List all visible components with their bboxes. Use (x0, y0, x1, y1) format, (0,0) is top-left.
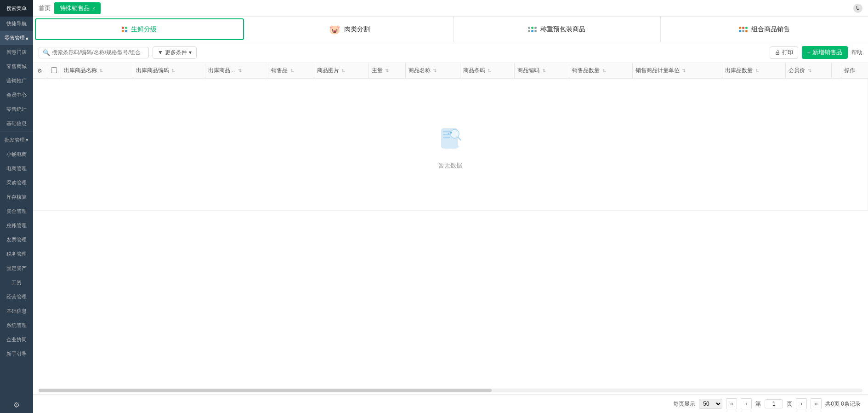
home-link[interactable]: 首页 (39, 4, 51, 12)
help-button[interactable]: 帮助 (851, 49, 862, 57)
tab-combo-sale[interactable]: 组合商品销售 (661, 17, 868, 42)
th-member-price[interactable]: 会员价 ⇅ (786, 63, 832, 79)
pagination: 每页显示 50 10 20 100 « ‹ 第 页 › » 共0页 0条记录 (33, 394, 868, 413)
sidebar-settings[interactable]: ⚙ (0, 397, 33, 413)
sidebar-logo[interactable]: 搜索菜单 (0, 0, 33, 17)
th-product-code[interactable]: 商品编码 ⇅ (515, 63, 569, 79)
per-page-select[interactable]: 50 10 20 100 (699, 399, 722, 409)
th-sale-unit-label: 销售商品计量单位 (635, 67, 680, 74)
sidebar-item-purchase[interactable]: 采购管理 (0, 176, 33, 190)
toolbar-right: 🖨 打印 + 新增销售品 帮助 (770, 46, 862, 59)
th-barcode[interactable]: 商品条码 ⇅ (460, 63, 515, 79)
empty-state-text: 暂无数据 (438, 161, 462, 170)
sidebar-item-mini-ecom[interactable]: 小畅电商 (0, 147, 33, 161)
sidebar-item-basic-info[interactable]: 基础信息 (0, 116, 33, 131)
scrollbar-thumb[interactable] (39, 389, 492, 392)
th-sale-qty[interactable]: 销售品数量 ⇅ (569, 63, 633, 79)
sort-arrows-icon: ⇅ (238, 68, 242, 73)
search-box[interactable]: 🔍 (39, 47, 149, 58)
sidebar-item-new-guide[interactable]: 新手引导 (0, 347, 33, 361)
print-icon: 🖨 (775, 49, 780, 56)
sidebar-item-fixed-assets[interactable]: 固定资产 (0, 261, 33, 275)
th-weight-label: 主量 (372, 67, 383, 74)
th-out-spec-label: 出库商品… (208, 67, 236, 74)
sort-arrows-icon: ⇅ (99, 68, 103, 73)
sidebar-item-inventory[interactable]: 库存核算 (0, 190, 33, 204)
th-barcode-label: 商品条码 (463, 67, 485, 74)
sidebar-item-ledger[interactable]: 总账管理 (0, 218, 33, 233)
th-product-img-label: 商品图片 (317, 67, 339, 74)
th-product-name-label: 商品名称 (408, 67, 431, 74)
new-product-label: + 新增销售品 (807, 48, 842, 57)
main-content: 首页 特殊销售品 × U 生鲜分级 � (33, 0, 868, 413)
th-out-qty[interactable]: 出库品数量 ⇅ (722, 63, 786, 79)
tab-fresh-grade-label: 生鲜分级 (131, 25, 157, 34)
th-out-name[interactable]: 出库商品名称 ⇅ (61, 63, 133, 79)
sidebar-item-sys-mgmt[interactable]: 系统管理 (0, 318, 33, 333)
tab-combo-sale-label: 组合商品销售 (751, 25, 790, 34)
filter-arrow-icon: ▾ (189, 49, 192, 56)
sidebar-item-tax[interactable]: 税务管理 (0, 247, 33, 261)
filter-button[interactable]: ▼ 更多条件 ▾ (153, 46, 197, 59)
toolbar: 🔍 ▼ 更多条件 ▾ 🖨 打印 + 新增销售品 帮助 (33, 42, 868, 63)
tab-meat-cut[interactable]: 🐷 肉类分割 (246, 17, 454, 42)
tab-fresh-grade[interactable]: 生鲜分级 (35, 18, 244, 40)
th-out-spec[interactable]: 出库商品… ⇅ (205, 63, 268, 79)
th-action: 操作 (841, 63, 868, 79)
sort-arrows-icon: ⇅ (488, 68, 491, 73)
select-all-checkbox[interactable] (51, 67, 57, 73)
next-page-button[interactable]: › (796, 398, 807, 409)
weigh-pack-icon (528, 27, 537, 32)
th-checkbox[interactable] (47, 63, 61, 79)
sidebar-item-invoice[interactable]: 发票管理 (0, 233, 33, 247)
sidebar-item-quick-nav[interactable]: 快捷导航 (0, 17, 33, 31)
scrollbar-track[interactable] (39, 389, 862, 392)
sort-arrows-icon: ⇅ (808, 68, 811, 73)
sidebar-item-retail-mall[interactable]: 零售商城 (0, 59, 33, 74)
user-avatar[interactable]: U (853, 4, 862, 13)
page-number-input[interactable] (765, 399, 783, 408)
sidebar-item-capital[interactable]: 资金管理 (0, 204, 33, 218)
total-label: 共0页 0条记录 (825, 400, 861, 408)
sidebar-item-ops[interactable]: 经营管理 (0, 290, 33, 304)
svg-point-8 (450, 132, 452, 133)
last-page-button[interactable]: » (811, 398, 822, 409)
tab-weigh-pack-label: 称重预包装商品 (540, 25, 585, 34)
sidebar-item-basic-info2[interactable]: 基础信息 (0, 304, 33, 318)
sidebar-item-ecom-mgmt[interactable]: 电商管理 (0, 161, 33, 176)
sidebar-item-retail-mgmt[interactable]: 零售管理 ▴ (0, 31, 33, 45)
th-member-price-label: 会员价 (789, 67, 805, 74)
active-tab[interactable]: 特殊销售品 × (54, 2, 101, 14)
prev-page-button[interactable]: ‹ (741, 398, 752, 409)
svg-point-7 (448, 133, 449, 134)
close-tab-button[interactable]: × (92, 6, 95, 11)
sort-arrows-icon: ⇅ (341, 68, 345, 73)
horizontal-scrollbar[interactable] (33, 387, 868, 394)
filter-label: 更多条件 (165, 49, 187, 57)
th-out-name-label: 出库商品名称 (64, 67, 97, 74)
products-table: ⚙ 出库商品名称 ⇅ 出库商品编码 ⇅ 出库商品… ⇅ (33, 63, 868, 211)
sidebar-item-smart-store[interactable]: 智慧门店 (0, 45, 33, 59)
tab-weigh-pack[interactable]: 称重预包装商品 (454, 17, 661, 42)
sort-arrows-icon: ⇅ (542, 68, 546, 73)
sidebar-item-enterprise[interactable]: 企业协同 (0, 333, 33, 347)
th-product-img[interactable]: 商品图片 ⇅ (314, 63, 369, 79)
sidebar-item-retail-stats[interactable]: 零售统计 (0, 102, 33, 116)
sidebar-item-wholesale[interactable]: 批发管理 ▾ (0, 133, 33, 147)
table-body: 暂无数据 (33, 79, 868, 211)
th-product-name[interactable]: 商品名称 ⇅ (406, 63, 460, 79)
svg-line-6 (458, 137, 461, 140)
search-input[interactable] (52, 49, 145, 56)
sidebar-item-label: 零售管理 (5, 34, 25, 41)
new-product-button[interactable]: + 新增销售品 (802, 46, 848, 59)
sidebar-item-member[interactable]: 会员中心 (0, 88, 33, 102)
th-sale-unit[interactable]: 销售商品计量单位 ⇅ (633, 63, 722, 79)
th-weight[interactable]: 主量 ⇅ (369, 63, 405, 79)
th-out-code[interactable]: 出库商品编码 ⇅ (133, 63, 205, 79)
th-gear[interactable]: ⚙ (33, 63, 47, 79)
sidebar-item-wages[interactable]: 工资 (0, 275, 33, 290)
th-sale-item[interactable]: 销售品 ⇅ (268, 63, 314, 79)
print-button[interactable]: 🖨 打印 (770, 46, 798, 59)
sidebar-item-marketing[interactable]: 营销推广 (0, 74, 33, 88)
first-page-button[interactable]: « (726, 398, 737, 409)
